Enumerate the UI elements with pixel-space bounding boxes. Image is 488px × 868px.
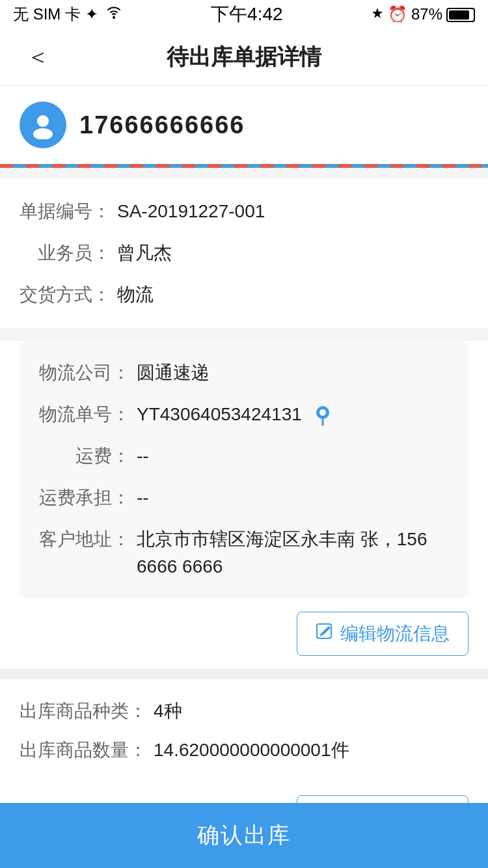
- location-status-icon: [371, 5, 384, 23]
- logistics-company-label: 物流公司：: [39, 359, 130, 387]
- goods-types-row: 出库商品种类： 4种: [20, 699, 468, 724]
- status-right: ⏰ 87%: [371, 5, 475, 23]
- alarm-icon: ⏰: [388, 5, 407, 23]
- logistics-tracking-value: YT43064053424131: [137, 401, 449, 428]
- goods-quantity-value: 14.620000000000001件: [154, 738, 349, 763]
- salesperson-row: 业务员： 曾凡杰: [20, 239, 468, 267]
- logistics-card: 物流公司： 圆通速递 物流单号： YT43064053424131 运费： --: [20, 341, 468, 599]
- salesperson-label: 业务员：: [20, 239, 111, 267]
- logistics-freight-value: --: [137, 442, 449, 470]
- logistics-company-value: 圆通速递: [137, 359, 449, 387]
- logistics-address-value: 北京市市辖区海淀区永丰南 张，156 6666 6666: [137, 526, 449, 580]
- back-button[interactable]: ＜: [20, 34, 56, 79]
- logistics-address-label: 客户地址：: [39, 526, 130, 553]
- logistics-freight-label: 运费：: [39, 442, 130, 470]
- nav-bar: ＜ 待出库单据详情: [0, 29, 488, 86]
- svg-point-0: [113, 16, 115, 19]
- battery-icon: [446, 5, 475, 23]
- logistics-company-row: 物流公司： 圆通速递: [39, 359, 449, 387]
- status-bar: 无 SIM 卡 ✦ 下午4:42 ⏰ 87%: [0, 0, 488, 29]
- page-title: 待出库单据详情: [167, 42, 321, 72]
- user-header: 17666666666: [0, 86, 488, 164]
- edit-logistics-button[interactable]: 编辑物流信息: [297, 612, 468, 656]
- svg-point-1: [37, 115, 49, 127]
- edit-logistics-label: 编辑物流信息: [340, 621, 450, 646]
- delivery-method-row: 交货方式： 物流: [20, 281, 468, 308]
- delivery-method-label: 交货方式：: [20, 281, 111, 308]
- sim-status: 无 SIM 卡 ✦: [13, 4, 98, 25]
- goods-section: 出库商品种类： 4种 出库商品数量： 14.620000000000001件: [0, 679, 488, 782]
- order-info-section: 单据编号： SA-20191227-001 业务员： 曾凡杰 交货方式： 物流: [0, 178, 488, 328]
- logistics-tracking-label: 物流单号：: [39, 401, 130, 428]
- salesperson-value: 曾凡杰: [117, 239, 468, 267]
- status-left: 无 SIM 卡 ✦: [13, 4, 123, 25]
- goods-quantity-label: 出库商品数量：: [20, 738, 147, 763]
- logistics-freight-bearer-label: 运费承担：: [39, 484, 130, 511]
- logistics-freight-row: 运费： --: [39, 442, 449, 470]
- status-time: 下午4:42: [211, 2, 283, 27]
- order-number-value: SA-20191227-001: [117, 198, 468, 225]
- bottom-bar: 确认出库: [0, 803, 488, 868]
- order-number-row: 单据编号： SA-20191227-001: [20, 198, 468, 225]
- confirm-outbound-button[interactable]: 确认出库: [197, 821, 291, 850]
- wifi-icon: [105, 5, 123, 23]
- logistics-tracking-row: 物流单号： YT43064053424131: [39, 401, 449, 428]
- goods-types-value: 4种: [154, 699, 182, 724]
- section-separator: [0, 669, 488, 679]
- svg-point-2: [33, 128, 53, 139]
- logistics-freight-bearer-value: --: [137, 484, 449, 511]
- edit-icon: [316, 623, 334, 645]
- tracking-number: YT43064053424131: [137, 401, 302, 428]
- order-number-label: 单据编号：: [20, 198, 111, 225]
- map-location-icon[interactable]: [311, 403, 334, 426]
- logistics-freight-bearer-row: 运费承担： --: [39, 484, 449, 511]
- avatar: [20, 102, 66, 148]
- edit-btn-row: 编辑物流信息: [0, 612, 488, 669]
- goods-types-label: 出库商品种类：: [20, 699, 147, 724]
- logistics-address-row: 客户地址： 北京市市辖区海淀区永丰南 张，156 6666 6666: [39, 526, 449, 580]
- delivery-method-value: 物流: [117, 281, 468, 308]
- battery-percentage: 87%: [411, 5, 442, 23]
- dashed-divider: [0, 164, 488, 168]
- svg-point-4: [319, 409, 326, 416]
- user-phone: 17666666666: [79, 111, 245, 139]
- goods-quantity-row: 出库商品数量： 14.620000000000001件: [20, 738, 468, 763]
